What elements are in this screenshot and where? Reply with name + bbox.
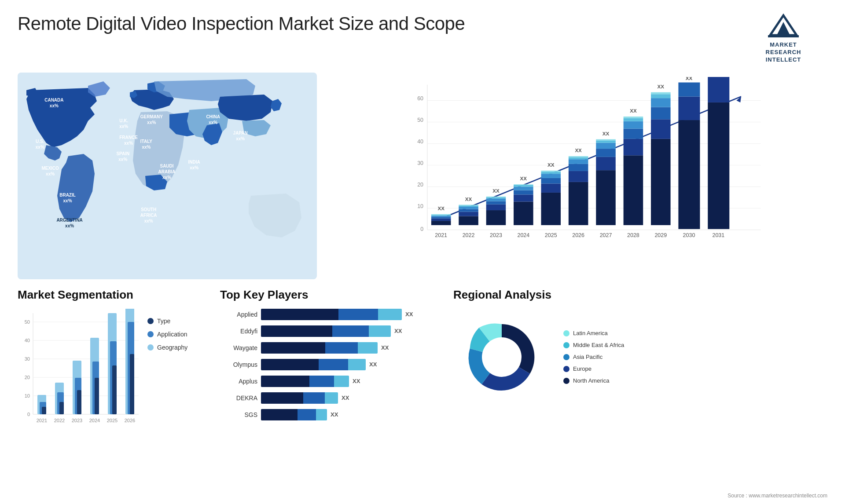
svg-text:40: 40: [25, 338, 30, 343]
player-bar-waygate: [261, 342, 378, 354]
map-label-mexico: MEXICOxx%: [41, 165, 59, 177]
svg-rect-75: [596, 139, 616, 140]
svg-rect-67: [569, 156, 588, 157]
map-label-italy: ITALYxx%: [140, 139, 152, 150]
svg-text:2022: 2022: [463, 232, 475, 238]
map-label-japan: JAPANxx%: [233, 130, 248, 142]
svg-rect-23: [431, 218, 451, 220]
segmentation-chart: 0 10 20 30 40 50 2021 2022 2023 2024 202…: [18, 309, 141, 432]
svg-rect-81: [624, 121, 643, 128]
legend-dot-type: [147, 318, 154, 324]
map-label-india: INDIAxx%: [188, 159, 200, 171]
svg-text:XX: XX: [547, 162, 555, 168]
svg-text:2023: 2023: [72, 418, 82, 423]
svg-rect-35: [459, 205, 478, 205]
bar-chart-container: 0 10 20 30 40 50 60: [326, 73, 827, 279]
svg-text:2031: 2031: [712, 232, 724, 238]
svg-rect-33: [459, 207, 478, 209]
svg-rect-46: [514, 201, 533, 225]
page-title: Remote Digital Video Inspection Market S…: [18, 13, 465, 34]
svg-rect-66: [569, 157, 588, 159]
legend-item-europe: Europe: [563, 365, 624, 372]
player-name-waygate: Waygate: [220, 344, 257, 351]
svg-rect-42: [486, 197, 506, 198]
player-row-sgs: SGS XX: [220, 409, 440, 420]
svg-rect-94: [678, 120, 700, 229]
svg-rect-51: [514, 184, 533, 185]
svg-rect-65: [569, 159, 588, 164]
svg-text:XX: XX: [603, 131, 610, 136]
svg-text:2024: 2024: [517, 232, 529, 238]
key-players-section: Top Key Players Applied XX Eddyfi: [220, 288, 440, 455]
source-text: Source : www.marketresearchintellect.com: [727, 493, 827, 499]
svg-text:2024: 2024: [89, 418, 100, 423]
svg-text:XX: XX: [520, 176, 527, 181]
svg-rect-48: [514, 190, 533, 194]
svg-rect-99: [708, 102, 729, 229]
svg-rect-82: [624, 118, 643, 121]
svg-rect-79: [624, 139, 643, 155]
svg-rect-72: [596, 149, 616, 157]
map-label-us: U.S.xx%: [36, 139, 44, 150]
legend-dot-geography: [147, 344, 154, 351]
regional-title: Regional Analysis: [453, 288, 819, 302]
svg-rect-50: [514, 185, 533, 187]
legend-label-europe: Europe: [573, 365, 592, 372]
legend-label-mea: Middle East & Africa: [573, 342, 624, 348]
svg-rect-89: [651, 98, 671, 107]
map-label-saudi: SAUDIARABIAxx%: [158, 163, 176, 180]
svg-point-141: [482, 337, 522, 377]
legend-item-apac: Asia Pacific: [563, 354, 624, 360]
regional-legend: Latin America Middle East & Africa Asia …: [563, 330, 624, 384]
svg-rect-70: [596, 170, 616, 225]
player-row-applus: Applus XX: [220, 376, 440, 387]
legend-item-mea: Middle East & Africa: [563, 342, 624, 348]
player-row-dekra: DEKRA XX: [220, 392, 440, 404]
bar-chart-svg: 0 10 20 30 40 50 60: [350, 77, 819, 257]
legend-label-geography: Geography: [157, 344, 187, 351]
player-value-eddyfi: XX: [394, 328, 402, 334]
player-name-olympus: Olympus: [220, 361, 257, 368]
player-value-applied: XX: [405, 311, 413, 318]
svg-rect-49: [514, 186, 533, 190]
svg-text:2022: 2022: [54, 418, 65, 423]
logo-text: MARKET RESEARCH INTELLECT: [766, 41, 801, 64]
svg-rect-136: [77, 390, 81, 414]
legend-dot-mea: [563, 342, 569, 348]
player-name-applus: Applus: [220, 378, 257, 385]
svg-text:XX: XX: [686, 77, 693, 81]
svg-rect-30: [459, 216, 478, 225]
logo-icon: [766, 13, 801, 40]
player-name-applied: Applied: [220, 311, 257, 318]
legend-dot-application: [147, 331, 154, 337]
player-row-eddyfi: Eddyfi XX: [220, 325, 440, 337]
svg-text:2027: 2027: [600, 232, 612, 238]
svg-text:XX: XX: [492, 188, 500, 194]
logo-area: MARKET RESEARCH INTELLECT: [739, 13, 827, 64]
world-map: CANADAxx% U.S.xx% MEXICOxx% BRAZILxx% AR…: [18, 73, 317, 279]
svg-rect-38: [486, 210, 506, 225]
svg-rect-78: [624, 155, 643, 225]
svg-text:XX: XX: [575, 148, 582, 153]
svg-rect-39: [486, 204, 506, 210]
legend-item-latin: Latin America: [563, 330, 624, 336]
svg-rect-100: [708, 77, 729, 102]
svg-rect-91: [651, 92, 671, 94]
svg-text:2028: 2028: [627, 232, 639, 238]
svg-rect-62: [569, 182, 588, 225]
svg-rect-26: [431, 215, 451, 215]
legend-dot-europe: [563, 366, 569, 372]
svg-text:2021: 2021: [435, 232, 447, 238]
map-label-spain: SPAINxx%: [116, 151, 129, 162]
svg-text:60: 60: [417, 95, 423, 101]
header: Remote Digital Video Inspection Market S…: [0, 0, 845, 68]
svg-rect-74: [596, 140, 616, 142]
player-row-olympus: Olympus XX: [220, 359, 440, 370]
key-players-title: Top Key Players: [220, 288, 440, 302]
map-label-argentina: ARGENTINAxx%: [56, 217, 82, 229]
svg-text:2021: 2021: [37, 418, 47, 423]
map-label-brazil: BRAZILxx%: [59, 192, 76, 204]
svg-rect-34: [459, 205, 478, 207]
svg-text:50: 50: [25, 319, 30, 325]
svg-rect-43: [486, 197, 506, 197]
